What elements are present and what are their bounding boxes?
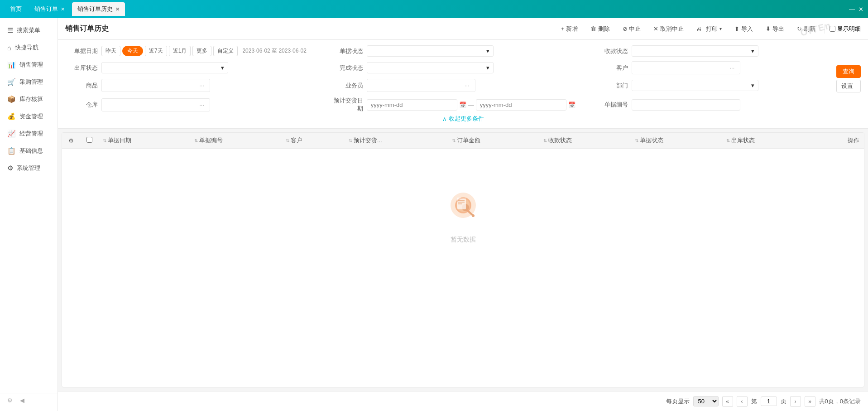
prev-page-button[interactable]: ‹	[737, 396, 748, 407]
tab-sales-order-label: 销售订单	[34, 5, 58, 13]
delivery-date-calendar-icon1[interactable]: 📅	[459, 102, 466, 108]
sidebar-item-operations[interactable]: 📈 经营管理	[0, 125, 58, 142]
department-select[interactable]: ▾	[632, 80, 758, 91]
stop-button[interactable]: ⊘ 中止	[618, 23, 646, 35]
col-checkbox[interactable]	[80, 133, 98, 149]
sidebar-bottom: ⚙ ◀	[0, 393, 58, 407]
col-date[interactable]: ⇅ 单据日期	[98, 133, 190, 149]
date-btn-1month[interactable]: 近1月	[169, 46, 191, 56]
complete-status-select[interactable]: ▾	[367, 62, 494, 73]
next-page-button[interactable]: ›	[790, 396, 801, 407]
collapse-bar[interactable]: ∧ 收起更多条件	[65, 113, 861, 123]
col-bill-no[interactable]: ⇅ 单据编号	[190, 133, 281, 149]
pagination-bar: 每页显示 50 100 200 « ‹ 第 页 › » 共0页，0条记录	[58, 391, 868, 411]
filter-bill-no-item: 单据编号	[595, 97, 861, 113]
tab-home[interactable]: 首页	[5, 2, 27, 16]
display-cols-checkbox-label[interactable]: 显示明细	[830, 25, 861, 33]
date-btn-yesterday[interactable]: 昨天	[101, 46, 120, 56]
page-unit: 页	[781, 397, 786, 406]
select-all-checkbox[interactable]	[86, 137, 92, 143]
date-btn-custom[interactable]: 自定义	[213, 46, 238, 56]
sidebar-item-purchase[interactable]: 🛒 采购管理	[0, 73, 58, 91]
settings-icon[interactable]: ⚙	[68, 137, 74, 144]
tab-sales-order-history[interactable]: 销售订单历史 ✕	[72, 2, 125, 16]
first-page-button[interactable]: «	[722, 396, 733, 407]
sidebar-item-quicknav[interactable]: ⌂ 快捷导航	[0, 39, 58, 56]
page-size-select[interactable]: 50 100 200	[693, 396, 719, 406]
refresh-button[interactable]: ↻ 刷新	[792, 23, 820, 35]
toolbar-divider	[825, 24, 825, 34]
sort-icon-bill-no: ⇅	[194, 138, 198, 143]
bill-no-input[interactable]	[632, 99, 740, 111]
sidebar-settings-icon[interactable]: ⚙	[7, 397, 13, 404]
col-customer[interactable]: ⇅ 客户	[281, 133, 344, 149]
page-number-input[interactable]	[761, 396, 777, 406]
sidebar-collapse-icon[interactable]: ◀	[20, 397, 24, 404]
col-bill-status[interactable]: ⇅ 单据状态	[630, 133, 722, 149]
goods-select[interactable]: ···	[101, 79, 210, 92]
empty-state-cell: 暂无数据	[62, 149, 864, 280]
sidebar-item-system[interactable]: ⚙ 系统管理	[0, 160, 58, 177]
settings-button[interactable]: 设置	[836, 80, 861, 92]
export-button[interactable]: ⬇ 导出	[761, 23, 789, 35]
page-header: 销售订单历史 + 新增 🗑 删除 ⊘ 中止 ✕ 取消中止 🖨 🖨 打印 打印 ▾…	[58, 18, 868, 40]
col-settings[interactable]: ⚙	[62, 133, 80, 149]
sidebar-item-search[interactable]: ☰ 搜索菜单	[0, 22, 58, 39]
customer-ellipsis[interactable]: ···	[728, 63, 736, 72]
sidebar-item-system-label: 系统管理	[17, 164, 40, 172]
sidebar-item-sales[interactable]: 📊 销售管理	[0, 56, 58, 73]
delivery-date-calendar-icon2[interactable]: 📅	[568, 102, 575, 108]
col-action: 操作	[813, 133, 864, 149]
warehouse-select[interactable]: ···	[101, 98, 210, 111]
filter-outbound-status-item: 出库状态 ▾	[65, 61, 331, 74]
col-outbound-status-label: 出库状态	[731, 136, 755, 145]
print-button[interactable]: 🖨 🖨 打印 打印 ▾	[692, 23, 726, 35]
customer-select[interactable]: ···	[632, 61, 740, 74]
col-outbound-status[interactable]: ⇅ 出库状态	[722, 133, 813, 149]
data-table: ⚙ ⇅ 单据日期 ⇅	[62, 133, 864, 280]
tab-sales-order-history-close[interactable]: ✕	[115, 7, 120, 12]
date-btn-7days[interactable]: 近7天	[145, 46, 167, 56]
col-delivery[interactable]: ⇅ 预计交货...	[344, 133, 447, 149]
receipt-status-select[interactable]: ▾	[632, 45, 758, 57]
empty-state-row: 暂无数据	[62, 149, 864, 280]
col-order-amount[interactable]: ⇅ 订单金额	[447, 133, 539, 149]
salesperson-ellipsis[interactable]: ···	[463, 81, 471, 90]
outbound-status-select[interactable]: ▾	[101, 62, 228, 73]
sidebar: ☰ 搜索菜单 ⌂ 快捷导航 📊 销售管理 🛒 采购管理 📦 库存核算 💰 资金管…	[0, 18, 58, 411]
sidebar-item-sales-label: 销售管理	[19, 61, 43, 69]
filter-bill-status-item: 单据状态 ▾	[331, 45, 596, 57]
display-cols-checkbox[interactable]	[830, 26, 835, 32]
import-button[interactable]: ⬆ 导入	[730, 23, 758, 35]
cancel-stop-button[interactable]: ✕ 取消中止	[649, 23, 688, 35]
tab-sales-order-close[interactable]: ✕	[61, 7, 65, 12]
export-icon: ⬇	[766, 25, 771, 32]
last-page-button[interactable]: »	[805, 396, 815, 407]
tab-sales-order[interactable]: 销售订单 ✕	[29, 2, 70, 16]
query-button[interactable]: 查询	[836, 65, 861, 78]
warehouse-ellipsis[interactable]: ···	[197, 101, 206, 109]
department-label: 部门	[595, 82, 632, 90]
goods-ellipsis[interactable]: ···	[197, 81, 206, 90]
window-close-icon[interactable]: ✕	[858, 6, 863, 13]
salesperson-select[interactable]: ···	[367, 79, 475, 92]
delivery-date-separator: —	[468, 102, 474, 108]
sidebar-item-operations-label: 经营管理	[19, 130, 43, 138]
sidebar-item-basic[interactable]: 📋 基础信息	[0, 142, 58, 160]
date-btn-today[interactable]: 今天	[122, 46, 143, 56]
window-minimize-icon[interactable]: —	[849, 6, 855, 13]
delivery-date-start-input[interactable]	[367, 99, 457, 111]
sales-icon: 📊	[7, 61, 16, 69]
col-receipt-status[interactable]: ⇅ 收款状态	[539, 133, 630, 149]
filter-salesperson-item: 业务员 ···	[331, 79, 596, 92]
new-button[interactable]: + 新增	[556, 23, 582, 35]
goods-label: 商品	[65, 82, 101, 90]
bill-status-select[interactable]: ▾	[367, 45, 494, 57]
delivery-date-end-input[interactable]	[476, 99, 566, 111]
receipt-status-chevron: ▾	[751, 48, 754, 54]
date-btn-more[interactable]: 更多	[192, 46, 211, 56]
delete-button[interactable]: 🗑 删除	[586, 23, 614, 35]
sidebar-item-inventory[interactable]: 📦 库存核算	[0, 91, 58, 108]
operations-icon: 📈	[7, 130, 16, 138]
sidebar-item-finance[interactable]: 💰 资金管理	[0, 108, 58, 125]
